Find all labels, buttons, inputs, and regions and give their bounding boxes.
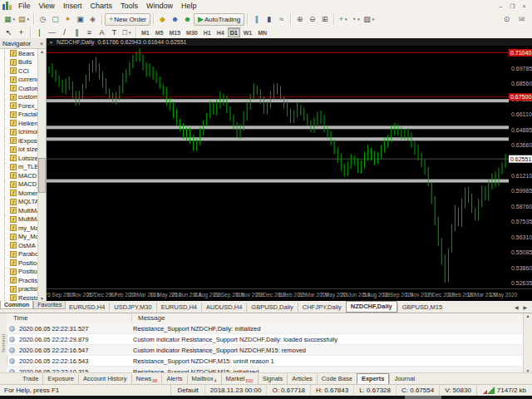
community-user-button[interactable]: ☻: [181, 13, 194, 26]
timeframe-h4-button[interactable]: H4: [214, 27, 227, 37]
chart-tab[interactable]: CHFJPY,Daily: [298, 303, 346, 312]
scroll-up-icon[interactable]: ▲: [40, 49, 44, 54]
timeframe-mn-button[interactable]: MN: [255, 27, 269, 37]
terminal-tab-trade[interactable]: Trade: [18, 374, 42, 384]
terminal-tab-exposure[interactable]: Exposure: [42, 374, 78, 384]
profiles-button[interactable]: ▤▾: [17, 13, 31, 26]
metaeditor-user-button[interactable]: ☻: [169, 13, 181, 26]
bar-chart-mode-button[interactable]: ∥: [250, 13, 263, 26]
chart-tab[interactable]: NZDCHF,Daily: [346, 301, 397, 313]
navigator-item[interactable]: ƒOsMA: [0, 241, 38, 250]
navigator-item[interactable]: ƒCustom M: [0, 84, 38, 93]
line-chart-mode-button[interactable]: ≈: [275, 13, 288, 26]
menu-file[interactable]: File: [14, 1, 35, 11]
restore-icon[interactable]: ❐: [508, 2, 517, 10]
terminal-tab-signals[interactable]: Signals: [258, 374, 288, 384]
tile-windows-button[interactable]: ⊞: [318, 13, 331, 26]
terminal-tab-market[interactable]: Market500: [221, 374, 258, 384]
price-chart[interactable]: 0.697850.685600.673350.661100.648850.636…: [47, 46, 532, 288]
new-order-button[interactable]: +New Order: [105, 13, 150, 26]
navigator-item[interactable]: ƒLotsize_Co: [0, 154, 38, 163]
close-icon[interactable]: ×: [40, 41, 43, 47]
menu-window[interactable]: Window: [142, 1, 177, 11]
chart-tab[interactable]: EURUSD,H4: [156, 303, 201, 312]
terminal-tab-experts[interactable]: Experts: [357, 373, 390, 384]
price-chart-plot[interactable]: 0.697850.685600.673350.661100.648850.636…: [47, 46, 532, 288]
strategy-tester-button[interactable]: ◈: [86, 13, 99, 26]
navigator-item[interactable]: ƒIchimoku: [0, 128, 38, 137]
navigator-item[interactable]: ƒFractalSup: [0, 111, 38, 120]
navigator-item[interactable]: ƒMultiMA_: [0, 215, 38, 224]
navigator-item[interactable]: ƒmy_Macd: [0, 224, 38, 233]
navigator-panel-button[interactable]: ✦: [62, 13, 74, 26]
scrollbar-thumb[interactable]: [38, 158, 46, 193]
menu-view[interactable]: View: [35, 1, 59, 11]
terminal-tab-mailbox[interactable]: Mailbox4: [187, 374, 221, 384]
vertical-line-button[interactable]: |: [33, 27, 46, 39]
chart-collapse-icon[interactable]: ▼: [49, 40, 53, 45]
navigator-item[interactable]: ƒPositionSi: [0, 268, 38, 277]
navigator-scrollbar[interactable]: ▲ ▼: [37, 49, 46, 301]
chart-tabs-scroll-arrows[interactable]: ◀ ▶: [515, 304, 532, 310]
menu-insert[interactable]: Insert: [59, 1, 86, 11]
close-icon[interactable]: ×: [520, 2, 529, 10]
navigator-item[interactable]: ƒBulls: [0, 58, 38, 67]
search-button[interactable]: ⊙: [500, 13, 513, 26]
navigator-item[interactable]: ƒlot size cal: [0, 145, 38, 155]
timeframe-m30-button[interactable]: M30: [184, 27, 200, 37]
text-label-button[interactable]: T: [108, 27, 121, 39]
cursor-button[interactable]: ↖: [2, 27, 15, 39]
menu-help[interactable]: Help: [177, 1, 201, 11]
navigator-item[interactable]: ƒcustomm: [0, 93, 38, 102]
terminal-tab-account-history[interactable]: Account History: [78, 374, 131, 384]
navigator-item[interactable]: ƒPractise: [0, 276, 38, 285]
autotrading-button[interactable]: ▶AutoTrading: [194, 13, 244, 26]
zoom-in-button[interactable]: ⊕: [293, 13, 306, 26]
timeframe-d1-button[interactable]: D1: [228, 27, 240, 37]
navigator-item[interactable]: ƒpractising: [0, 285, 38, 294]
navigator-item[interactable]: ƒHeiken As: [0, 119, 38, 128]
navigator-item[interactable]: ƒMultiMA_: [0, 206, 38, 215]
terminal-tab-news[interactable]: News98: [131, 374, 162, 384]
column-divider[interactable]: [131, 314, 132, 323]
timeframe-m1-button[interactable]: M1: [139, 27, 152, 37]
templates-button[interactable]: ▧▾: [362, 13, 376, 26]
trendline-button[interactable]: /: [58, 27, 71, 39]
navigator-item[interactable]: ƒMy_Mom: [0, 233, 38, 242]
data-window-button[interactable]: ▢: [49, 13, 62, 26]
navigator-item[interactable]: ƒParabolic: [0, 250, 38, 259]
chat-button[interactable]: ✉: [515, 13, 528, 26]
navigator-item[interactable]: ƒcurrency-s: [0, 76, 38, 85]
indicators-button[interactable]: +▾: [337, 13, 349, 26]
timeframe-h1-button[interactable]: H1: [201, 27, 214, 37]
navigator-item[interactable]: ƒiExposure: [0, 136, 38, 145]
navigator-item[interactable]: ƒForex_calc: [0, 101, 38, 111]
zoom-out-button[interactable]: ⊖: [306, 13, 318, 26]
navigator-tab-common[interactable]: Common: [0, 301, 33, 309]
chart-tab[interactable]: AUDUSD,H4: [201, 303, 246, 312]
chart-tab[interactable]: USDJPY,M30: [109, 303, 155, 312]
column-header-message[interactable]: Message: [138, 314, 165, 322]
timeframe-m5-button[interactable]: M5: [153, 27, 166, 37]
menu-charts[interactable]: Charts: [86, 1, 116, 11]
terminal-panel-button[interactable]: ▣: [74, 13, 86, 26]
expert-advisors-button[interactable]: ◆: [156, 13, 169, 26]
periods-button[interactable]: ◔▾: [349, 13, 362, 26]
terminal-tab-code-base[interactable]: Code Base: [317, 374, 357, 384]
terminal-log-row[interactable]: 2020.06.05 22:22:16.543Resistance_Suppor…: [7, 356, 524, 367]
horizontal-line-button[interactable]: —: [46, 27, 58, 39]
chart-tab[interactable]: GBPUSD,M15: [397, 303, 446, 312]
status-connection[interactable]: 7147/2 kb: [476, 385, 532, 396]
new-chart-button[interactable]: ▦▾: [2, 13, 17, 26]
timeframe-w1-button[interactable]: W1: [241, 27, 255, 37]
scroll-up-icon[interactable]: ▲: [526, 313, 530, 318]
crosshair-button[interactable]: +: [15, 27, 27, 39]
navigator-item[interactable]: ƒCCI: [0, 66, 38, 76]
text-button[interactable]: A: [96, 27, 108, 39]
terminal-tab-journal[interactable]: Journal: [389, 374, 419, 384]
chart-tab[interactable]: EURUSD,H4: [65, 303, 109, 312]
navigator-item[interactable]: ƒMQLTA M: [0, 198, 38, 207]
menu-tools[interactable]: Tools: [116, 1, 142, 11]
terminal-tab-alerts[interactable]: Alerts: [161, 374, 186, 384]
timeframe-m15-button[interactable]: M15: [166, 27, 183, 37]
